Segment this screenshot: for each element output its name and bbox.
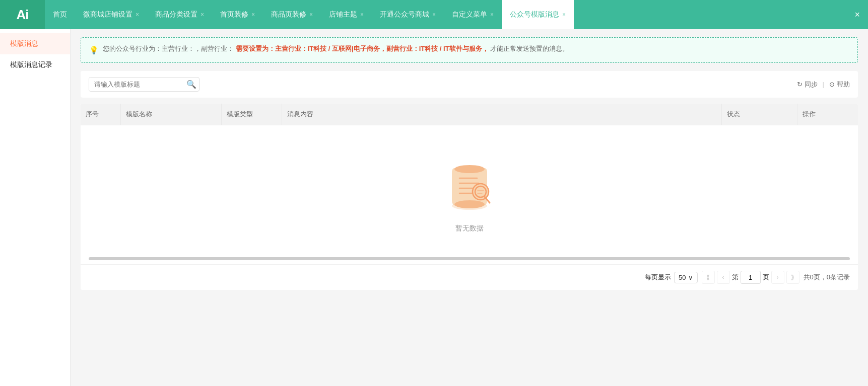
close-all-tabs-button[interactable]: × <box>846 10 868 20</box>
notice-icon: 💡 <box>89 44 99 56</box>
page-size-selector: 每页显示 50 ∨ <box>645 272 697 283</box>
header-action: 操作 <box>797 104 858 125</box>
help-button[interactable]: ⊙ 帮助 <box>829 80 850 89</box>
first-page-icon: ⟪ <box>706 274 710 281</box>
notice-banner: 💡 您的公众号行业为：主营行业：，副营行业： 需要设置为：主营行业：IT科技 /… <box>81 37 858 63</box>
empty-illustration <box>439 156 500 216</box>
next-page-icon: › <box>777 274 779 281</box>
nav-tab-store-theme[interactable]: 店铺主题× <box>321 0 372 29</box>
template-table: 序号 模版名称 模版类型 消息内容 状态 操作 <box>81 104 858 290</box>
close-tab-open-mall-icon[interactable]: × <box>432 11 436 18</box>
sidebar-item-template-record[interactable]: 模版消息记录 <box>0 54 70 75</box>
search-button[interactable]: 🔍 <box>182 80 199 89</box>
page-size-dropdown[interactable]: 50 ∨ <box>674 272 697 283</box>
close-tab-category-settings-icon[interactable]: × <box>201 11 204 18</box>
sidebar: 模版消息模版消息记录 <box>0 29 71 386</box>
empty-text: 暂无数据 <box>455 224 484 233</box>
nav-tabs: 首页微商城店铺设置×商品分类设置×首页装修×商品页装修×店铺主题×开通公众号商城… <box>45 0 846 29</box>
notice-text: 您的公众号行业为：主营行业：，副营行业： 需要设置为：主营行业：IT科技 / 互… <box>103 44 569 54</box>
nav-tab-custom-menu[interactable]: 自定义菜单× <box>444 0 502 29</box>
nav-tab-open-mall[interactable]: 开通公众号商城× <box>372 0 444 29</box>
empty-state: 暂无数据 <box>81 125 858 253</box>
header-seq: 序号 <box>81 104 121 125</box>
close-tab-product-decoration-icon[interactable]: × <box>309 11 313 18</box>
content-area: 💡 您的公众号行业为：主营行业：，副营行业： 需要设置为：主营行业：IT科技 /… <box>71 29 868 386</box>
close-tab-store-theme-icon[interactable]: × <box>360 11 364 18</box>
nav-tab-category-settings[interactable]: 商品分类设置× <box>147 0 212 29</box>
close-tab-store-settings-icon[interactable]: × <box>136 11 139 18</box>
close-tab-custom-menu-icon[interactable]: × <box>490 11 494 18</box>
svg-point-2 <box>454 200 485 208</box>
prev-page-icon: ‹ <box>722 274 724 281</box>
nav-tab-home-decoration[interactable]: 首页装修× <box>212 0 263 29</box>
search-input[interactable] <box>89 78 182 91</box>
nav-tab-home[interactable]: 首页 <box>45 0 75 29</box>
last-page-icon: ⟫ <box>791 274 794 281</box>
nav-tab-store-settings[interactable]: 微商城店铺设置× <box>75 0 147 29</box>
last-page-button[interactable]: ⟫ <box>786 271 799 284</box>
logo: Ai <box>0 0 45 29</box>
header-type: 模版类型 <box>222 104 282 125</box>
header-name: 模版名称 <box>121 104 222 125</box>
nav-tab-product-decoration[interactable]: 商品页装修× <box>263 0 321 29</box>
sidebar-item-template-message[interactable]: 模版消息 <box>0 33 70 54</box>
horizontal-scrollbar[interactable] <box>89 257 850 260</box>
search-field-container: 🔍 <box>89 77 199 92</box>
nav-tab-template-msg[interactable]: 公众号模版消息× <box>502 0 574 29</box>
divider: | <box>823 81 824 88</box>
top-navigation: Ai 首页微商城店铺设置×商品分类设置×首页装修×商品页装修×店铺主题×开通公众… <box>0 0 868 29</box>
search-bar: 🔍 ↻ 同步 | ⊙ 帮助 <box>81 71 858 98</box>
table-header-row: 序号 模版名称 模版类型 消息内容 状态 操作 <box>81 104 858 125</box>
page-number-input[interactable] <box>741 271 761 284</box>
header-status: 状态 <box>722 104 797 125</box>
horizontal-scrollbar-area <box>81 253 858 264</box>
page-navigation: ⟪ ‹ 第 页 › ⟫ <box>702 271 799 284</box>
total-records-text: 共0页，0条记录 <box>804 273 850 282</box>
main-layout: 模版消息模版消息记录 💡 您的公众号行业为：主营行业：，副营行业： 需要设置为：… <box>0 29 868 386</box>
sync-button[interactable]: ↻ 同步 <box>797 80 818 89</box>
pagination: 每页显示 50 ∨ ⟪ ‹ 第 页 <box>81 264 858 290</box>
close-tab-home-decoration-icon[interactable]: × <box>251 11 255 18</box>
next-page-button[interactable]: › <box>771 271 784 284</box>
close-tab-template-msg-icon[interactable]: × <box>562 11 566 18</box>
chevron-down-icon: ∨ <box>688 274 693 281</box>
first-page-button[interactable]: ⟪ <box>702 271 715 284</box>
help-icon: ⊙ <box>829 81 835 88</box>
header-content: 消息内容 <box>282 104 722 125</box>
search-actions: ↻ 同步 | ⊙ 帮助 <box>797 80 850 89</box>
svg-point-1 <box>454 165 485 173</box>
sync-icon: ↻ <box>797 81 803 88</box>
prev-page-button[interactable]: ‹ <box>717 271 730 284</box>
